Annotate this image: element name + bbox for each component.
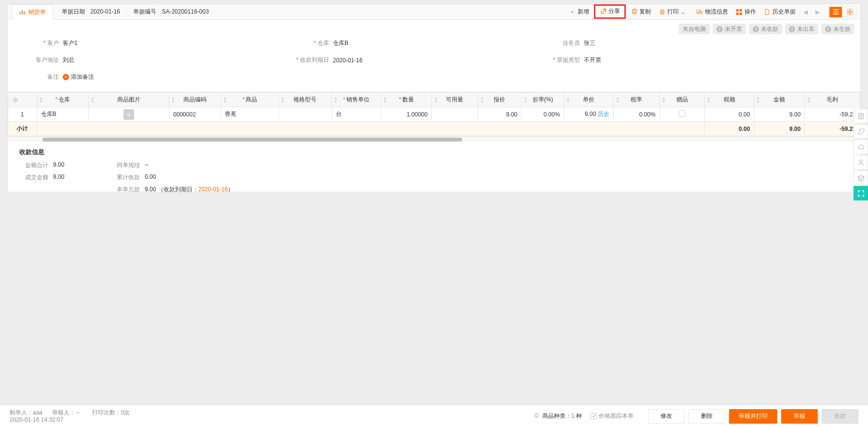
warehouse-value[interactable]: 仓库B (333, 39, 348, 47)
col-warehouse[interactable]: *仓库 (37, 93, 88, 107)
edit-button[interactable]: 修改 (648, 409, 685, 424)
cell-tax-rate[interactable]: 0.00% (614, 107, 660, 122)
prev-doc[interactable]: ◀ (800, 9, 811, 15)
owe-label: 本单欠款 (111, 185, 140, 194)
rail-user-icon[interactable] (854, 155, 868, 170)
collect-button: 收款 (822, 409, 858, 424)
rail-expand-icon[interactable] (854, 186, 868, 200)
new-button[interactable]: ＋新增 (566, 6, 592, 18)
ops-button[interactable]: 操作 (733, 6, 759, 18)
customer-value[interactable]: 客户1 (63, 39, 78, 47)
salesman-value[interactable]: 张三 (584, 39, 595, 47)
cell-warehouse[interactable]: 仓库B (37, 107, 88, 122)
cell-profit: -59.21 (805, 107, 860, 122)
col-discount[interactable]: 折率(%) (522, 93, 564, 107)
print-label: 打印 (667, 8, 679, 16)
copy-button[interactable]: 复制 (628, 6, 654, 18)
document-panel: 销货单 单据日期 2020-01-16 单据编号 SA-20200116-003… (7, 4, 861, 192)
col-image[interactable]: 商品图片 (89, 93, 169, 107)
ops-label: 操作 (744, 8, 756, 16)
audit-button[interactable]: 审核 (781, 409, 818, 424)
tab-sales-order[interactable]: 销货单 (12, 4, 53, 20)
cell-idx: 1 (8, 107, 37, 122)
subtotal-amount: 9.00 (754, 122, 805, 136)
next-doc[interactable]: ▶ (813, 9, 823, 15)
col-quote[interactable]: 报价 (478, 93, 522, 107)
add-remark-button[interactable]: +添加备注 (63, 73, 94, 81)
col-tax-amt[interactable]: 税额 (704, 93, 754, 107)
price-history-link[interactable]: 历史 (598, 111, 609, 117)
cell-price[interactable]: 9.00历史 (564, 107, 614, 122)
col-tax-rate[interactable]: 税率 (614, 93, 660, 107)
tab-title: 销货单 (28, 8, 46, 16)
col-code[interactable]: 商品编码 (169, 93, 221, 107)
header-bar: 销货单 单据日期 2020-01-16 单据编号 SA-20200116-003… (8, 4, 860, 20)
delete-button[interactable]: 删除 (689, 409, 725, 424)
col-qty[interactable]: *数量 (381, 93, 432, 107)
gift-checkbox[interactable] (679, 110, 686, 117)
badge-no-out: i未出库 (785, 24, 818, 34)
table-row[interactable]: 1 仓库B b 0000002 香蕉 台 1.00000 9.00 0.00% … (8, 107, 860, 122)
doc-date-label: 单据日期 (62, 8, 85, 15)
header-info: 单据日期 2020-01-16 单据编号 SA-20200116-003 (62, 8, 220, 16)
logistics-button[interactable]: 物流信息 (693, 6, 731, 18)
svg-rect-10 (740, 13, 742, 15)
table-header: *仓库 商品图片 商品编码 *商品 规格型号 *销售单位 *数量 可用量 报价 … (8, 93, 860, 107)
cell-discount[interactable]: 0.00% (522, 107, 564, 122)
svg-rect-3 (661, 10, 663, 11)
col-gift[interactable]: 赠品 (660, 93, 704, 107)
share-button[interactable]: 分享 (597, 6, 623, 17)
cust-addr-value[interactable]: 刘总 (63, 56, 74, 64)
col-settings[interactable] (8, 93, 37, 107)
col-amount[interactable]: 金额 (754, 93, 805, 107)
rail-attach-icon[interactable] (854, 124, 868, 139)
total-label: 金额合计 (19, 161, 48, 170)
rail-box-icon[interactable] (854, 171, 868, 185)
cell-image[interactable]: b (89, 107, 169, 122)
view-card-button[interactable] (844, 7, 856, 17)
cell-code[interactable]: 0000002 (169, 107, 221, 122)
cell-gift[interactable] (660, 107, 704, 122)
plus-icon: ＋ (569, 9, 576, 15)
rail-note-icon[interactable] (854, 109, 868, 123)
file-icon (764, 9, 771, 15)
total-value: 9.00 (53, 161, 64, 170)
cell-spec[interactable] (278, 107, 331, 122)
print-button[interactable]: 打印⌄ (656, 6, 691, 18)
share-icon (600, 8, 606, 15)
settle-value: -- (145, 161, 149, 170)
col-price[interactable]: 单价 (564, 93, 614, 107)
rail-cloud-icon[interactable] (854, 140, 868, 154)
cell-unit[interactable]: 台 (331, 107, 381, 122)
horizontal-scrollbar[interactable] (8, 136, 860, 142)
due-value[interactable]: 2020-01-16 (333, 57, 362, 64)
col-spec[interactable]: 规格型号 (278, 93, 331, 107)
subtotal-profit: -59.21 (805, 122, 860, 136)
cell-product[interactable]: 香蕉 (221, 107, 278, 122)
price-follow[interactable]: ✓价格跟踪本单 (591, 412, 634, 420)
col-avail[interactable]: 可用量 (432, 93, 478, 107)
scrollbar-thumb[interactable] (42, 138, 462, 142)
payment-section: 收款信息 金额合计9.00 同单现结-- 成交金额9.00 累计收款0.00 本… (8, 142, 860, 203)
chevron-down-icon: ⌄ (680, 9, 687, 15)
cell-qty[interactable]: 1.00000 (381, 107, 432, 122)
col-profit[interactable]: 毛利 (805, 93, 860, 107)
subtotal-label: 小计 (8, 122, 37, 136)
doc-no: SA-20200116-003 (162, 8, 208, 15)
badge-no-invoice: i未开票 (713, 24, 746, 34)
logistics-label: 物流信息 (705, 8, 728, 16)
svg-point-15 (14, 99, 16, 100)
audit-print-button[interactable]: 审核并打印 (729, 409, 777, 424)
bar-chart-icon (19, 9, 26, 15)
checkbox-icon[interactable]: ✓ (591, 413, 597, 419)
col-product[interactable]: *商品 (221, 93, 278, 107)
cell-quote[interactable]: 9.00 (478, 107, 522, 122)
cell-avail (432, 107, 478, 122)
sku-count: © 商品种类：1 种 (535, 412, 582, 420)
view-list-button[interactable] (829, 7, 842, 17)
doc-date: 2020-01-16 (90, 8, 120, 15)
invoice-type-value[interactable]: 不开票 (584, 56, 601, 64)
col-unit[interactable]: *销售单位 (331, 93, 381, 107)
truck-icon (696, 9, 703, 15)
history-button[interactable]: 历史单据 (761, 6, 799, 18)
